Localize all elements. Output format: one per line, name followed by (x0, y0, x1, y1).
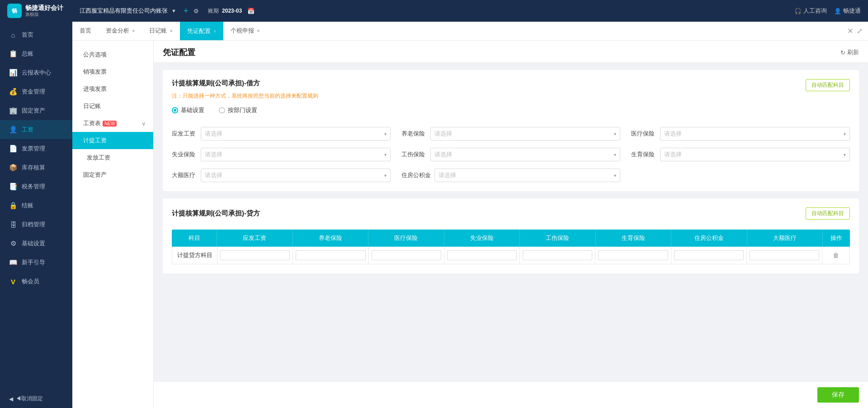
credit-section: 计提核算规则(公司承担)-贷方 自动匹配科目 科目 应发工资 养老保险 医疗保险… (163, 198, 859, 273)
sidebar-item-close[interactable]: 🔒 结账 (0, 196, 72, 215)
period-label: 账期 2023-03 (208, 7, 242, 15)
sidebar-item-asset[interactable]: 🏢 固定资产 (0, 101, 72, 120)
sidebar-item-label: 工资 (22, 126, 33, 134)
left-nav-fixed-asset[interactable]: 固定资产 (72, 166, 153, 183)
sidebar-item-settings[interactable]: ⚙ 基础设置 (0, 234, 72, 253)
tab-close-all-icon[interactable]: ✕ (847, 27, 853, 35)
tab-home-label: 首页 (80, 27, 91, 35)
save-button[interactable]: 保存 (817, 387, 859, 403)
sidebar-item-archive[interactable]: 🗄 归档管理 (0, 215, 72, 234)
company-dropdown-icon[interactable]: ▼ (171, 8, 176, 14)
td-zfgjj-input[interactable] (674, 250, 744, 260)
credit-auto-match-button[interactable]: 自动匹配科目 (806, 207, 850, 220)
field-sybx2-select[interactable]: 请选择 ▾ (660, 148, 850, 161)
tab-fund[interactable]: 资金分析 × (99, 22, 142, 40)
td-dely-input[interactable] (750, 250, 819, 260)
user-name: 畅捷通 (843, 7, 861, 15)
logo-area: 畅 畅捷通好会计 旗舰版 (7, 4, 80, 18)
field-ylbx2: 医疗保险 请选择 ▾ (631, 127, 850, 141)
refresh-button[interactable]: ↻ 刷新 (840, 48, 859, 56)
td-ylbx2[interactable] (369, 247, 444, 264)
debit-section: 计提核算规则(公司承担)-借方 注：只能选择一种方式，系统将按照您当前的选择来配… (163, 70, 859, 191)
td-sybx[interactable] (444, 247, 520, 264)
tab-fund-close[interactable]: × (132, 28, 135, 33)
inventory-icon: 📦 (9, 164, 17, 172)
td-sybx2[interactable] (595, 247, 671, 264)
td-yfgz-input[interactable] (220, 250, 290, 260)
home-icon: ⌂ (9, 31, 17, 39)
sidebar-item-home[interactable]: ⌂ 首页 (0, 25, 72, 44)
scroll-content[interactable]: 计提核算规则(公司承担)-借方 注：只能选择一种方式，系统将按照您当前的选择来配… (154, 63, 868, 381)
left-nav-sales[interactable]: 销项发票 (72, 63, 153, 80)
td-ylbx2-input[interactable] (372, 250, 441, 260)
tab-journal-label: 日记账 (149, 27, 167, 35)
td-ylbx-input[interactable] (296, 250, 365, 260)
td-ylbx[interactable] (293, 247, 368, 264)
radio-basic[interactable]: 基础设置 (172, 106, 204, 114)
debit-auto-match-button[interactable]: 自动匹配科目 (806, 79, 850, 91)
sidebar-item-label: 云报表中心 (22, 69, 51, 77)
field-sybx-select[interactable]: 请选择 ▾ (201, 148, 391, 161)
td-sybx-input[interactable] (447, 250, 517, 260)
tab-home[interactable]: 首页 (72, 22, 99, 40)
sidebar-item-label: 结账 (22, 202, 33, 210)
tab-voucher[interactable]: 凭证配置 × (180, 22, 223, 40)
tab-journal-close[interactable]: × (170, 28, 172, 33)
add-account-icon[interactable]: + (184, 6, 189, 16)
left-nav-payroll-table[interactable]: 工资表NEW ∨ (72, 115, 153, 132)
guide-icon: 📖 (9, 258, 17, 267)
delete-row-icon[interactable]: 🗑 (833, 252, 839, 259)
field-yfgz-select[interactable]: 请选择 ▾ (201, 127, 391, 141)
left-nav-pay-salary[interactable]: 发放工资 (72, 149, 153, 166)
top-header: 畅 畅捷通好会计 旗舰版 江西服宝精品有限责任公司内账张 ▼ + ⚙ 账期 20… (0, 0, 868, 22)
sidebar-item-invoice[interactable]: 📄 发票管理 (0, 139, 72, 158)
tab-journal[interactable]: 日记账 × (142, 22, 179, 40)
td-yfgz[interactable] (217, 247, 293, 264)
left-nav-purchase[interactable]: 进项发票 (72, 80, 153, 98)
sidebar-item-label: 归档管理 (22, 220, 45, 229)
sidebar-item-salary[interactable]: 👤 工资 (0, 120, 72, 139)
td-gsbx[interactable] (520, 247, 595, 264)
sidebar-item-ledger[interactable]: 📋 总账 (0, 44, 72, 63)
sidebar-item-inventory[interactable]: 📦 库存核算 (0, 158, 72, 177)
sidebar-pin-button[interactable]: ◀ ◀取消固定 (0, 389, 72, 408)
td-sybx2-input[interactable] (598, 250, 668, 260)
service-label: 人工咨询 (803, 7, 827, 15)
sidebar-item-label: 基础设置 (22, 239, 45, 248)
tab-fund-label: 资金分析 (106, 27, 129, 35)
sidebar-item-fund[interactable]: 💰 资金管理 (0, 82, 72, 101)
user-area[interactable]: 👤 畅捷通 (834, 7, 861, 15)
sidebar-item-tax[interactable]: 📑 税务管理 (0, 177, 72, 196)
tab-tax[interactable]: 个税申报 × (223, 22, 267, 40)
td-zfgjj[interactable] (671, 247, 747, 264)
radio-dept-circle (219, 107, 225, 113)
sidebar-item-guide[interactable]: 📖 新手引导 (0, 253, 72, 272)
left-nav: 公共选项 销项发票 进项发票 日记账 工资表NEW ∨ 计提工资 发放工资 固定… (72, 41, 154, 408)
field-ylbx2-select[interactable]: 请选择 ▾ (660, 127, 850, 141)
radio-dept[interactable]: 按部门设置 (219, 106, 257, 114)
tab-voucher-close[interactable]: × (213, 28, 216, 34)
refresh-icon: ↻ (840, 49, 845, 56)
sidebar-item-label: 发票管理 (22, 145, 45, 153)
field-ylbx-select[interactable]: 请选择 ▾ (430, 127, 620, 141)
field-zfgjj-select[interactable]: 请选择 ▾ (434, 169, 620, 182)
left-nav-journal[interactable]: 日记账 (72, 98, 153, 115)
sidebar-item-label: 首页 (22, 31, 33, 39)
sidebar-item-report[interactable]: 📊 云报表中心 (0, 63, 72, 82)
sidebar-item-label: 总账 (22, 50, 33, 58)
sidebar-item-vip[interactable]: V 畅会员 (0, 272, 72, 291)
left-nav-public[interactable]: 公共选项 (72, 46, 153, 63)
service-button[interactable]: 🎧 人工咨询 (794, 7, 827, 15)
left-nav-calc-salary[interactable]: 计提工资 (72, 132, 153, 149)
calendar-icon[interactable]: 📅 (247, 8, 255, 14)
tab-actions: ✕ ⤢ (842, 22, 868, 40)
field-gsbx-select[interactable]: 请选择 ▾ (430, 148, 620, 161)
td-gsbx-input[interactable] (523, 250, 592, 260)
settings-icon[interactable]: ⚙ (193, 8, 199, 14)
field-dely-select[interactable]: 请选择 ▾ (201, 169, 391, 182)
tab-expand-icon[interactable]: ⤢ (857, 27, 863, 35)
radio-basic-label: 基础设置 (181, 106, 204, 114)
td-subject-label: 计提贷方科目 (172, 247, 217, 264)
tab-tax-close[interactable]: × (257, 28, 259, 33)
td-dely[interactable] (747, 247, 822, 264)
